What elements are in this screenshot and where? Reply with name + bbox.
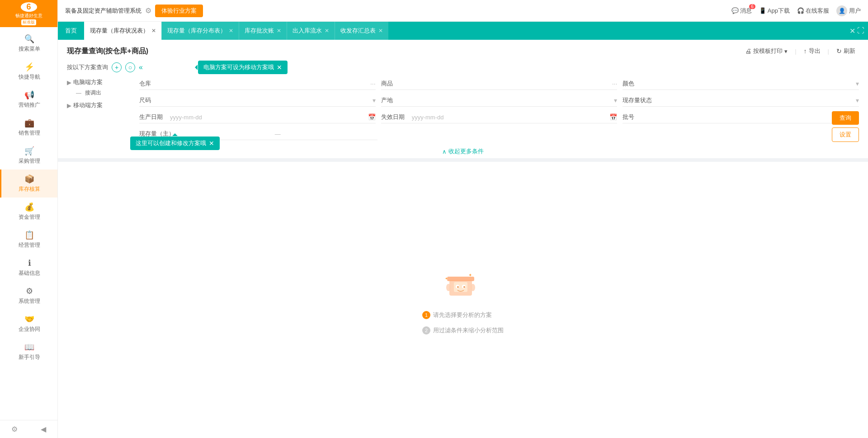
content-area: 现存量查询(按仓库+商品) 🖨 按模板打印 ▾ | ↑ 导出 | ↻ 刷新: [58, 40, 868, 438]
tooltip-create: 这里可以创建和修改方案哦 ✕: [130, 137, 220, 150]
sidebar-item-label: 基础信息: [19, 269, 40, 277]
filter-field-warehouse: 仓库 ···: [139, 78, 376, 90]
svg-text:✦: ✦: [468, 273, 472, 278]
system-icon: ⚙: [26, 286, 33, 296]
settings-button[interactable]: ⚙: [11, 425, 18, 433]
sidebar-item-operation[interactable]: 📋 经营管理: [0, 226, 57, 254]
tab-label: 出入库流水: [292, 27, 322, 35]
goods-input[interactable]: [412, 80, 609, 87]
scheme-desktop-item[interactable]: — 接调出: [67, 88, 137, 98]
select-down-icon[interactable]: ▾: [856, 80, 859, 87]
sidebar-item-purchase[interactable]: 🛒 采购管理: [0, 141, 57, 170]
batch-no-input[interactable]: [653, 114, 859, 121]
produce-date-input[interactable]: [170, 114, 364, 121]
expire-date-input[interactable]: [412, 114, 606, 121]
topbar-right: 💬 消息 6 📱 App下载 🎧 在线客服 👤 用户: [731, 5, 861, 16]
experience-button[interactable]: 体验行业方案: [155, 5, 203, 17]
page-header: 现存量查询(按仓库+商品) 🖨 按模板打印 ▾ | ↑ 导出 | ↻ 刷新: [58, 40, 868, 57]
query-button[interactable]: 查询: [832, 111, 859, 125]
filter-scheme-button[interactable]: ○: [125, 62, 135, 72]
select-down-icon4[interactable]: ▾: [856, 97, 859, 104]
origin-input[interactable]: [412, 97, 611, 104]
select-down-icon3[interactable]: ▾: [614, 97, 617, 104]
tooltip-scheme-text: 电脑方案可设为移动方案哦: [203, 63, 274, 71]
sidebar-item-label: 营销推广: [19, 101, 40, 109]
dots-icon2[interactable]: ···: [612, 80, 618, 87]
tab-close-icon[interactable]: ✕: [277, 28, 281, 34]
dots-icon[interactable]: ···: [370, 80, 376, 87]
online-service-button[interactable]: 🎧 在线客服: [797, 7, 829, 15]
divider: |: [795, 48, 796, 55]
scheme-desktop-group[interactable]: ▶ 电脑端方案: [67, 77, 137, 88]
tab-close-icon[interactable]: ✕: [151, 28, 156, 34]
search-icon: 🔍: [24, 34, 34, 44]
print-button[interactable]: 🖨 按模板打印 ▾: [741, 45, 791, 57]
guide-icon: 📖: [24, 342, 34, 352]
warehouse-input[interactable]: [170, 80, 367, 87]
filter-wrapper: 按以下方案查询 + ○ « 电脑方案可设为移动方案哦 ✕ ▶ 电脑端方案 — 接…: [58, 57, 868, 158]
calendar-icon[interactable]: 📅: [368, 113, 376, 121]
page-title: 现存量查询(按仓库+商品): [67, 47, 148, 56]
sidebar-item-search[interactable]: 🔍 搜索菜单: [0, 29, 57, 57]
logo-badge: 标准版: [21, 19, 36, 25]
tab-label: 库存批次账: [245, 27, 274, 35]
close-all-button[interactable]: ✕: [849, 27, 855, 35]
user-button[interactable]: 👤 用户: [836, 5, 861, 16]
tab-close-icon[interactable]: ✕: [229, 28, 233, 34]
collapse-button[interactable]: ◀: [41, 425, 46, 433]
gear-icon[interactable]: ⚙: [145, 6, 151, 15]
chevron-up-icon: ∧: [442, 148, 447, 155]
tab-home[interactable]: 首页: [58, 22, 84, 40]
sidebar-logo: 6 畅捷通好生意 标准版: [0, 0, 57, 27]
sidebar-item-finance[interactable]: 💰 资金管理: [0, 198, 57, 226]
filter-field-stock-status: 现存量状态 ▾: [623, 94, 859, 107]
stock-main-end[interactable]: [286, 131, 377, 137]
sidebar-item-quick-nav[interactable]: ⚡ 快捷导航: [0, 57, 57, 85]
refresh-button[interactable]: ↻ 刷新: [833, 45, 859, 57]
tooltip-scheme: 电脑方案可设为移动方案哦 ✕: [198, 61, 288, 74]
filter-label: 按以下方案查询: [67, 63, 108, 71]
sidebar-item-inventory[interactable]: 📦 库存核算: [0, 170, 57, 198]
tab-batch-account[interactable]: 库存批次账 ✕: [239, 22, 287, 40]
calendar-icon2[interactable]: 📅: [609, 113, 617, 121]
message-button[interactable]: 💬 消息 6: [731, 7, 752, 15]
tab-inout-flow[interactable]: 出入库流水 ✕: [287, 22, 335, 40]
filter-header: 按以下方案查询 + ○ «: [67, 62, 859, 72]
select-down-icon2[interactable]: ▾: [373, 97, 376, 104]
filter-add-button[interactable]: +: [112, 62, 122, 72]
sidebar-item-enterprise[interactable]: 🤝 企业协同: [0, 310, 57, 338]
inventory-icon: 📦: [24, 174, 34, 184]
tab-receive-summary[interactable]: 收发存汇总表 ✕: [335, 22, 388, 40]
page-actions: 🖨 按模板打印 ▾ | ↑ 导出 | ↻ 刷新: [741, 45, 859, 57]
tab-close-icon[interactable]: ✕: [378, 28, 383, 34]
export-button[interactable]: ↑ 导出: [800, 45, 824, 57]
svg-text:✦: ✦: [445, 277, 448, 281]
tab-inventory-dist[interactable]: 现存量（库存分布表） ✕: [161, 22, 239, 40]
sidebar-item-guide[interactable]: 📖 新手引导: [0, 338, 57, 366]
sidebar-item-basic[interactable]: ℹ 基础信息: [0, 254, 57, 282]
tooltip-create-text: 这里可以创建和修改方案哦: [136, 139, 206, 147]
sidebar-item-label: 新手引导: [19, 353, 40, 361]
set-button[interactable]: 设置: [832, 127, 859, 142]
dash-icon: —: [76, 90, 81, 96]
filter-arrow-button[interactable]: «: [139, 63, 143, 71]
color-input[interactable]: [653, 80, 852, 87]
tooltip-create-close[interactable]: ✕: [209, 140, 214, 147]
tooltip-scheme-close[interactable]: ✕: [277, 64, 282, 71]
sidebar-item-sales[interactable]: 💼 销售管理: [0, 113, 57, 141]
operation-icon: 📋: [24, 230, 34, 240]
filter-rows-area: 仓库 ··· 商品 ··· 颜色 ▾: [67, 78, 859, 140]
sidebar-item-system[interactable]: ⚙ 系统管理: [0, 282, 57, 310]
app-download-button[interactable]: 📱 App下载: [759, 7, 790, 15]
step-1-number: 1: [422, 311, 430, 319]
sidebar-item-marketing[interactable]: 📢 营销推广: [0, 85, 57, 113]
marketing-icon: 📢: [24, 90, 34, 100]
tab-inventory-status[interactable]: 现存量（库存状况表） ✕: [84, 22, 161, 40]
tab-close-icon[interactable]: ✕: [325, 28, 329, 34]
expand-button[interactable]: ⛶: [857, 27, 864, 35]
print-icon: 🖨: [745, 47, 751, 55]
size-input[interactable]: [170, 97, 369, 104]
stock-status-input[interactable]: [656, 97, 852, 104]
scheme-mobile-group[interactable]: ▶ 移动端方案: [67, 100, 137, 111]
sidebar-item-label: 企业协同: [19, 325, 40, 333]
